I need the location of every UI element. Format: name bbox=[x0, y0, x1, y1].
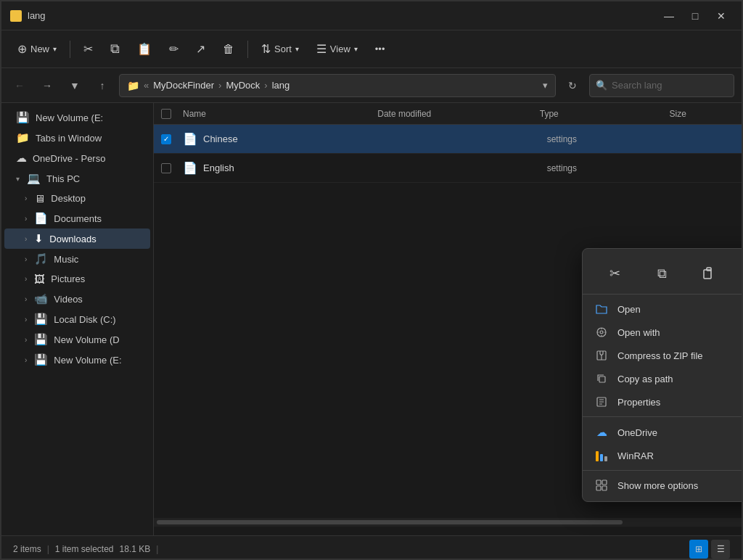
sidebar-item-volumed[interactable]: › 💾 New Volume (D bbox=[4, 329, 150, 350]
view-arrow: ▾ bbox=[354, 45, 358, 53]
address-path[interactable]: 📁 « MyDockFinder › MyDock › lang ▾ bbox=[119, 74, 556, 97]
ctx-cut-button[interactable]: ✂ bbox=[600, 259, 629, 288]
header-type[interactable]: Type bbox=[540, 109, 670, 119]
ctx-onedrive[interactable]: ☁ OneDrive › bbox=[583, 420, 742, 445]
sidebar-item-documents[interactable]: › 📄 Documents bbox=[4, 208, 150, 228]
rename-button[interactable]: ✏ bbox=[162, 36, 186, 62]
view-button[interactable]: ☰ View ▾ bbox=[309, 36, 365, 62]
svg-rect-5 bbox=[599, 376, 605, 382]
header-name[interactable]: Name bbox=[183, 109, 377, 119]
sidebar-icon-music: 🎵 bbox=[34, 252, 48, 265]
view-icon: ☰ bbox=[316, 42, 327, 56]
view-label: View bbox=[330, 44, 350, 54]
sort-icon: ⇅ bbox=[261, 42, 271, 56]
toolbar: ⊕ New ▾ ✂ ⧉ 📋 ✏ ↗ 🗑 ⇅ Sort ▾ ☰ View ▾ ••… bbox=[1, 30, 742, 68]
sidebar-icon-volumed: 💾 bbox=[34, 333, 48, 346]
ctx-copy-path[interactable]: Copy as path bbox=[583, 367, 742, 390]
new-button[interactable]: ⊕ New ▾ bbox=[10, 36, 64, 62]
maximize-button[interactable]: □ bbox=[684, 6, 707, 26]
videos-expand-arrow: › bbox=[25, 295, 27, 303]
sidebar-item-thispc[interactable]: ▾ 💻 This PC bbox=[4, 168, 150, 189]
sidebar-item-newvolume-e[interactable]: 💾 New Volume (E: bbox=[4, 107, 150, 128]
ctx-copypath-label: Copy as path bbox=[617, 374, 742, 384]
title-bar: lang — □ ✕ bbox=[1, 1, 742, 30]
file-checkbox-chinese[interactable]: ✓ bbox=[161, 134, 183, 144]
header-checkbox-box[interactable] bbox=[161, 109, 171, 119]
sort-button[interactable]: ⇅ Sort ▾ bbox=[254, 36, 306, 62]
minimize-button[interactable]: — bbox=[657, 6, 681, 26]
ctx-onedrive-icon: ☁ bbox=[594, 426, 609, 439]
ctx-open[interactable]: Open Enter bbox=[583, 297, 742, 321]
path-part-2: MyDock bbox=[226, 80, 260, 91]
sidebar-item-pictures[interactable]: › 🖼 Pictures bbox=[4, 269, 150, 289]
ctx-compress-icon bbox=[594, 350, 609, 361]
ctx-winrar[interactable]: WinRAR › bbox=[583, 445, 742, 467]
up-button[interactable]: ↑ bbox=[91, 75, 113, 96]
file-name-english: English bbox=[203, 162, 390, 173]
sidebar-item-volumee2[interactable]: › 💾 New Volume (E: bbox=[4, 350, 150, 370]
share-button[interactable]: ↗ bbox=[189, 36, 213, 62]
volumed-expand-arrow: › bbox=[25, 336, 27, 344]
sort-label: Sort bbox=[274, 44, 292, 54]
search-icon: 🔍 bbox=[596, 80, 607, 91]
copy-button[interactable]: ⧉ bbox=[103, 36, 127, 62]
delete-button[interactable]: 🗑 bbox=[215, 36, 242, 62]
new-icon: ⊕ bbox=[17, 42, 27, 56]
sidebar-icon-tabs: 📁 bbox=[16, 131, 30, 144]
sidebar-icon-localdisk: 💾 bbox=[34, 313, 48, 326]
ctx-more-icon bbox=[594, 479, 609, 491]
ctx-compress-label: Compress to ZIP file bbox=[617, 350, 742, 361]
path-dropdown-icon[interactable]: ▾ bbox=[543, 80, 548, 91]
music-expand-arrow: › bbox=[25, 255, 27, 263]
sidebar-item-onedrive[interactable]: ☁ OneDrive - Perso bbox=[4, 148, 150, 168]
cut-button[interactable]: ✂ bbox=[76, 36, 100, 62]
ctx-properties[interactable]: Properties Alt+Enter bbox=[583, 390, 742, 413]
svg-point-3 bbox=[600, 331, 603, 334]
sidebar-item-music[interactable]: › 🎵 Music bbox=[4, 249, 150, 269]
sidebar-item-tabs[interactable]: 📁 Tabs in Window bbox=[4, 128, 150, 148]
ctx-compress[interactable]: Compress to ZIP file bbox=[583, 344, 742, 367]
header-size[interactable]: Size bbox=[670, 109, 734, 119]
list-view-button[interactable]: ☰ bbox=[711, 540, 730, 559]
thispc-expand-arrow: ▾ bbox=[16, 175, 20, 183]
close-button[interactable]: ✕ bbox=[710, 6, 733, 26]
sidebar-item-desktop[interactable]: › 🖥 Desktop bbox=[4, 189, 150, 208]
sidebar: 💾 New Volume (E: 📁 Tabs in Window ☁ OneD… bbox=[1, 103, 154, 535]
sidebar-item-videos[interactable]: › 📹 Videos bbox=[4, 289, 150, 309]
search-box[interactable]: 🔍 Search lang bbox=[589, 74, 734, 97]
forward-button[interactable]: → bbox=[36, 75, 58, 96]
new-label: New bbox=[30, 44, 49, 54]
path-part-1: MyDockFinder bbox=[153, 80, 214, 91]
sidebar-item-downloads[interactable]: › ⬇ Downloads bbox=[4, 228, 150, 249]
file-row-english[interactable]: 📄 English settings bbox=[154, 154, 742, 183]
scrollbar-thumb bbox=[157, 520, 623, 524]
toolbar-sep-1 bbox=[70, 41, 70, 58]
more-icon: ••• bbox=[375, 44, 385, 54]
new-arrow: ▾ bbox=[53, 45, 57, 53]
ctx-paste-to-button[interactable] bbox=[694, 259, 723, 288]
status-size: 18.1 KB bbox=[120, 544, 151, 554]
checkbox-english bbox=[161, 163, 171, 173]
ctx-more-options[interactable]: Show more options Shift+F10 bbox=[583, 474, 742, 497]
horizontal-scrollbar[interactable] bbox=[154, 518, 742, 527]
recent-locations-button[interactable]: ▼ bbox=[64, 75, 86, 96]
more-button[interactable]: ••• bbox=[368, 36, 393, 62]
ctx-open-icon bbox=[594, 303, 609, 315]
file-icon-english: 📄 bbox=[183, 161, 197, 175]
file-row-chinese[interactable]: ✓ 📄 Chinese settings bbox=[154, 125, 742, 154]
svg-rect-9 bbox=[596, 486, 601, 490]
ctx-open-with[interactable]: Open with › bbox=[583, 321, 742, 344]
ctx-more-label: Show more options bbox=[617, 480, 742, 491]
ctx-copy-button[interactable]: ⧉ bbox=[647, 259, 676, 288]
sidebar-item-localdisk[interactable]: › 💾 Local Disk (C:) bbox=[4, 309, 150, 329]
grid-view-button[interactable]: ⊞ bbox=[689, 540, 708, 559]
sidebar-icon-documents: 📄 bbox=[34, 212, 48, 225]
header-checkbox bbox=[161, 109, 183, 119]
window-icon bbox=[10, 10, 22, 22]
refresh-button[interactable]: ↻ bbox=[562, 75, 583, 96]
header-date-modified[interactable]: Date modified bbox=[377, 109, 540, 119]
file-checkbox-english[interactable] bbox=[161, 163, 183, 173]
back-button[interactable]: ← bbox=[9, 75, 30, 96]
title-bar-controls: — □ ✕ bbox=[657, 6, 733, 26]
paste-button[interactable]: 📋 bbox=[130, 36, 159, 62]
